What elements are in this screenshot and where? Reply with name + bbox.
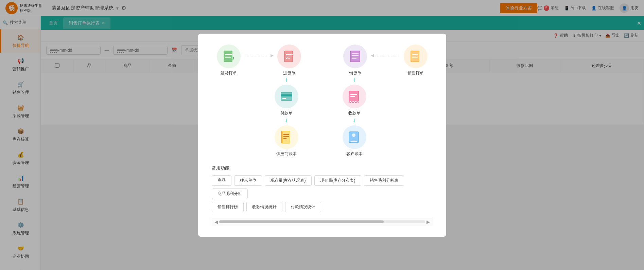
func-btn-goods[interactable]: 商品 bbox=[212, 175, 231, 186]
svg-rect-18 bbox=[282, 98, 286, 99]
common-functions: 常用功能 商品 往来单位 现存量(库存状况表) 现存量(库存分布表) 销售毛利分… bbox=[212, 165, 433, 212]
arrow-down-receipt: ↓ bbox=[337, 117, 371, 124]
func-btn-counterpart[interactable]: 往来单位 bbox=[234, 175, 262, 186]
common-functions-title: 常用功能 bbox=[212, 165, 433, 171]
arrow-h-2: ◀ bbox=[372, 56, 399, 56]
svg-rect-23 bbox=[281, 131, 282, 143]
flow-node-purchase-order[interactable]: 进货订单 bbox=[212, 44, 246, 76]
payment-circle bbox=[275, 85, 298, 108]
func-btn-stock-status[interactable]: 现存量(库存状况表) bbox=[265, 175, 312, 186]
svg-point-28 bbox=[352, 133, 355, 137]
purchase-order-label: 进货订单 bbox=[221, 70, 237, 76]
func-btn-goods-profit[interactable]: 商品毛利分析 bbox=[212, 188, 248, 199]
arrow-down-sales: ↓ bbox=[337, 76, 371, 83]
receipt-circle bbox=[343, 85, 366, 108]
flow-node-sales-order[interactable]: 销售订单 bbox=[399, 44, 433, 76]
sales-bill-circle bbox=[343, 44, 367, 68]
quick-guide-panel: 进货订单 ▶ bbox=[198, 34, 446, 237]
arrow-h-1: ▶ bbox=[246, 56, 272, 56]
function-buttons: 商品 往来单位 现存量(库存状况表) 现存量(库存分布表) 销售毛利分析表 商品… bbox=[212, 175, 433, 199]
func-btn-stock-dist[interactable]: 现存量(库存分布表) bbox=[314, 175, 361, 186]
func-btn-sales-rank[interactable]: 销售排行榜 bbox=[212, 202, 244, 212]
customer-ledger-circle bbox=[343, 125, 366, 149]
sales-order-label: 销售订单 bbox=[407, 70, 424, 76]
arrow-down-purchase: ↓ bbox=[269, 76, 303, 83]
sales-order-circle bbox=[404, 44, 428, 68]
function-buttons-2: 销售排行榜 收款情况统计 付款情况统计 bbox=[212, 202, 433, 212]
func-btn-payment-stats[interactable]: 付款情况统计 bbox=[285, 202, 321, 212]
func-btn-receipt-stats[interactable]: 收款情况统计 bbox=[246, 202, 282, 212]
scroll-track[interactable] bbox=[219, 220, 425, 223]
func-btn-sales-profit[interactable]: 销售毛利分析表 bbox=[364, 175, 404, 186]
svg-rect-17 bbox=[281, 94, 292, 96]
scroll-right-arrow[interactable]: ▶ bbox=[427, 219, 430, 224]
flow-node-supplier-ledger[interactable]: 供应商账本 bbox=[269, 125, 303, 157]
purchase-bill-label: 进货单 bbox=[283, 70, 295, 76]
quick-guide-overlay[interactable]: 进货订单 ▶ bbox=[0, 0, 644, 270]
payment-label: 付款单 bbox=[280, 110, 293, 116]
flow-node-receipt[interactable]: 收款单 bbox=[337, 85, 371, 116]
flow-node-payment[interactable]: 付款单 bbox=[269, 85, 303, 116]
scroll-bar-area: ◀ ▶ bbox=[212, 218, 433, 226]
scroll-thumb bbox=[219, 220, 384, 223]
flow-chart: 进货订单 ▶ bbox=[212, 44, 433, 157]
scroll-left-arrow[interactable]: ◀ bbox=[214, 219, 218, 224]
customer-ledger-label: 客户账本 bbox=[346, 151, 363, 157]
flow-node-customer-ledger[interactable]: 客户账本 bbox=[337, 125, 371, 157]
svg-rect-22 bbox=[282, 131, 290, 143]
receipt-label: 收款单 bbox=[348, 110, 361, 116]
supplier-ledger-circle bbox=[275, 125, 298, 149]
purchase-order-circle bbox=[217, 44, 241, 68]
purchase-bill-circle bbox=[277, 44, 301, 68]
sales-bill-label: 销货单 bbox=[349, 70, 361, 76]
flow-node-purchase-bill[interactable]: 进货单 bbox=[272, 44, 306, 76]
svg-rect-7 bbox=[350, 51, 360, 62]
flow-node-sales-bill[interactable]: 销货单 bbox=[338, 44, 372, 76]
arrow-down-payment: ↓ bbox=[269, 117, 303, 124]
supplier-ledger-label: 供应商账本 bbox=[276, 151, 297, 157]
